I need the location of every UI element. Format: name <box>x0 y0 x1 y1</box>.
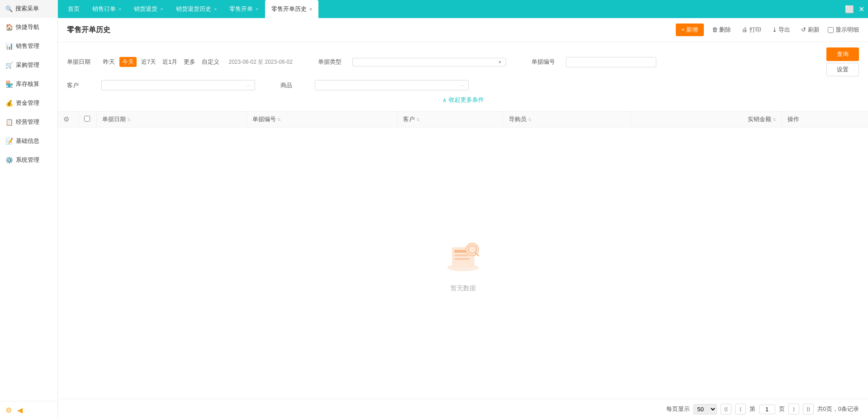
date-sort-icon[interactable]: ⇅ <box>127 117 131 122</box>
tab-retail-open-history[interactable]: 零售开单历史 × <box>265 0 318 18</box>
th-date-label: 单据日期 <box>102 115 126 123</box>
sidebar-item-label: 基础信息 <box>16 137 39 145</box>
collapse-arrow-icon: ∧ <box>442 97 447 104</box>
tab-home-label: 首页 <box>68 5 80 13</box>
customer-filter-text[interactable] <box>105 82 246 89</box>
th-amount-label: 实销金额 <box>748 115 771 123</box>
tab-retail-open[interactable]: 零售开单 × <box>223 0 265 18</box>
tab-sales-return-history-close[interactable]: × <box>214 6 217 12</box>
th-number-label: 单据编号 <box>252 115 276 123</box>
filter-collapse-btn[interactable]: ∧ 收起更多条件 <box>67 94 859 106</box>
goods-filter-input[interactable]: ··· <box>315 80 469 90</box>
page-number-input[interactable]: 1 <box>759 405 775 414</box>
tab-bar-right: ⬜ ✕ <box>845 5 864 14</box>
show-detail-checkbox-label[interactable]: 显示明细 <box>828 26 859 34</box>
ops-icon: 📋 <box>5 118 13 126</box>
bottom-collapse-icon[interactable]: ◀ <box>17 406 23 414</box>
sidebar-item-sales-mgmt[interactable]: 📊 销售管理 <box>0 37 57 56</box>
content-area: 零售开单历史 + 新增 🗑 删除 🖨 打印 ⤓ 导出 ↺ 刷新 显示明细 单据日… <box>58 18 868 419</box>
query-button[interactable]: 查询 <box>826 47 859 61</box>
page-suffix-label: 页 <box>779 405 785 413</box>
sidebar-item-label: 快捷导航 <box>16 23 39 31</box>
add-button[interactable]: + 新增 <box>676 24 703 36</box>
sidebar-item-basic-info[interactable]: 📝 基础信息 <box>0 132 57 151</box>
date-yesterday-btn[interactable]: 昨天 <box>101 57 117 67</box>
export-button[interactable]: ⤓ 导出 <box>769 24 793 36</box>
tab-home[interactable]: 首页 <box>62 0 86 18</box>
tab-retail-open-history-label: 零售开单历史 <box>271 5 307 13</box>
select-all-checkbox[interactable] <box>84 116 90 122</box>
sidebar-item-label: 资金管理 <box>16 99 39 107</box>
table-header-row: ⚙ 单据日期 ⇅ <box>58 112 868 127</box>
page-first-btn[interactable]: ⟨⟨ <box>721 404 731 414</box>
amount-sort-icon[interactable]: ⇅ <box>773 117 776 122</box>
date-today-btn[interactable]: 今天 <box>119 57 137 67</box>
th-guide-label: 导购员 <box>509 115 526 123</box>
data-table: ⚙ 单据日期 ⇅ <box>58 112 868 127</box>
tab-sales-order[interactable]: 销售订单 × <box>86 0 128 18</box>
search-icon: 🔍 <box>5 5 13 12</box>
page-prev-btn[interactable]: ⟨ <box>735 404 746 414</box>
date-1month-btn[interactable]: 近1月 <box>161 57 179 67</box>
tab-sales-return-history[interactable]: 销货退货历史 × <box>170 0 223 18</box>
print-button[interactable]: 🖨 打印 <box>739 24 764 36</box>
cart-icon: 🛒 <box>5 61 13 69</box>
page-last-btn[interactable]: ⟩⟩ <box>803 404 814 414</box>
sidebar-item-inventory[interactable]: 🏪 库存核算 <box>0 75 57 94</box>
type-filter-select[interactable]: ▼ <box>352 58 506 66</box>
tab-retail-open-history-close[interactable]: × <box>309 6 312 12</box>
th-action: 操作 <box>782 112 868 127</box>
sidebar-item-ops-mgmt[interactable]: 📋 经营管理 <box>0 113 57 132</box>
page-header: 零售开单历史 + 新增 🗑 删除 🖨 打印 ⤓ 导出 ↺ 刷新 显示明细 <box>58 18 868 42</box>
tab-sales-return-close[interactable]: × <box>160 6 163 12</box>
refresh-button[interactable]: ↺ 刷新 <box>798 24 822 36</box>
sidebar-item-purchase-mgmt[interactable]: 🛒 采购管理 <box>0 56 57 75</box>
sidebar-item-quick-nav[interactable]: 🏠 快捷导航 <box>0 18 57 37</box>
th-guide: 导购员 ⇅ <box>503 112 631 127</box>
bottom-settings-icon[interactable]: ⚙ <box>5 406 12 414</box>
guide-sort-icon[interactable]: ⇅ <box>528 117 531 122</box>
show-detail-label: 显示明细 <box>835 26 859 34</box>
tab-sales-return[interactable]: 销货退货 × <box>128 0 169 18</box>
sidebar-item-finance-mgmt[interactable]: 💰 资金管理 <box>0 94 57 113</box>
page-next-btn[interactable]: ⟩ <box>788 404 799 414</box>
column-settings-icon[interactable]: ⚙ <box>63 115 69 123</box>
tab-bar: 首页 销售订单 × 销货退货 × 销货退货历史 × 零售开单 × 零售开单历史 … <box>58 0 868 18</box>
settings-button[interactable]: 设置 <box>826 63 859 76</box>
empty-text: 暂无数据 <box>451 284 476 292</box>
show-detail-checkbox[interactable] <box>828 27 834 33</box>
chart-icon: 📊 <box>5 42 13 50</box>
tab-close-all-icon[interactable]: ✕ <box>859 5 864 14</box>
th-checkbox <box>79 112 97 127</box>
sidebar-item-sys-mgmt[interactable]: ⚙️ 系统管理 <box>0 151 57 169</box>
number-sort-icon[interactable]: ⇅ <box>277 117 281 122</box>
filter-date-options: 昨天 今天 近7天 近1月 更多 自定义 <box>101 57 221 67</box>
page-size-select[interactable]: 50 20 100 <box>693 404 717 414</box>
customer-filter-input[interactable]: ··· <box>101 80 255 90</box>
tab-sales-order-close[interactable]: × <box>119 6 121 12</box>
sidebar-bottom: ⚙ ◀ <box>0 401 57 419</box>
filter-row-1: 单据日期 昨天 今天 近7天 近1月 更多 自定义 2023-06-02 至 2… <box>67 47 859 76</box>
type-filter-label: 单据类型 <box>318 58 345 66</box>
sidebar-search[interactable]: 🔍 搜索采单 <box>0 0 57 18</box>
settings-icon: ⚙️ <box>5 156 13 164</box>
th-number: 单据编号 ⇅ <box>247 112 397 127</box>
doc-icon: 📝 <box>5 137 13 145</box>
filter-area: 单据日期 昨天 今天 近7天 近1月 更多 自定义 2023-06-02 至 2… <box>58 42 868 112</box>
goods-filter-text[interactable] <box>319 82 460 89</box>
customer-sort-icon[interactable]: ⇅ <box>416 117 420 122</box>
date-7days-btn[interactable]: 近7天 <box>139 57 158 67</box>
tab-restore-icon[interactable]: ⬜ <box>845 5 854 14</box>
sidebar-item-label: 经营管理 <box>16 118 39 126</box>
delete-button[interactable]: 🗑 删除 <box>709 24 734 36</box>
svg-rect-3 <box>454 254 468 256</box>
store-icon: 🏪 <box>5 80 13 88</box>
number-filter-input[interactable] <box>566 57 656 67</box>
goods-filter-label: 商品 <box>280 81 308 89</box>
date-custom-btn[interactable]: 自定义 <box>200 57 221 67</box>
number-filter-label: 单据编号 <box>531 58 559 66</box>
toolbar: + 新增 🗑 删除 🖨 打印 ⤓ 导出 ↺ 刷新 显示明细 <box>676 24 859 36</box>
tab-retail-open-label: 零售开单 <box>229 5 253 13</box>
tab-retail-open-close[interactable]: × <box>256 6 258 12</box>
date-more-btn[interactable]: 更多 <box>182 57 197 67</box>
